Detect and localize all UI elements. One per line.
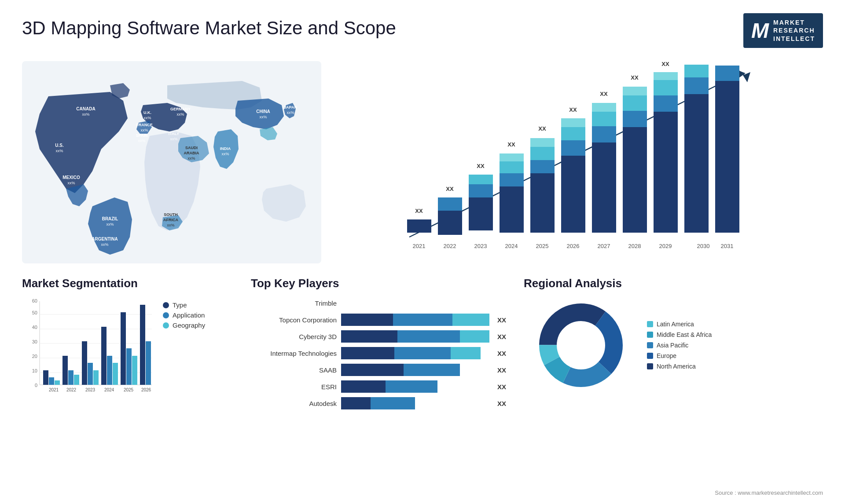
country-saudi: SAUDI bbox=[185, 146, 198, 150]
country-spain: SPAIN bbox=[136, 133, 148, 138]
svg-rect-111 bbox=[132, 356, 137, 385]
svg-text:AFRICA: AFRICA bbox=[163, 218, 178, 222]
svg-text:2027: 2027 bbox=[598, 243, 610, 249]
country-uk: U.K. bbox=[143, 110, 151, 115]
logo-box: M MARKET RESEARCH INTELLECT bbox=[743, 13, 823, 48]
svg-text:XX: XX bbox=[600, 91, 608, 97]
player-autodesk: Autodesk XX bbox=[251, 397, 506, 409]
svg-rect-105 bbox=[101, 327, 107, 385]
player-name-saab: SAAB bbox=[251, 366, 337, 374]
svg-rect-36 bbox=[500, 161, 524, 173]
svg-text:2023: 2023 bbox=[85, 387, 96, 392]
legend-application: Application bbox=[163, 311, 205, 319]
legend-label-type: Type bbox=[173, 301, 187, 309]
bar-seg1-intermap bbox=[341, 347, 394, 359]
player-name-topcon: Topcon Corporation bbox=[251, 316, 337, 324]
logo-line2: RESEARCH bbox=[773, 26, 815, 34]
bar-seg2-autodesk bbox=[371, 397, 415, 409]
legend-dot-geography bbox=[163, 322, 169, 329]
svg-text:xx%: xx% bbox=[170, 137, 177, 141]
svg-rect-49 bbox=[561, 118, 585, 127]
page-title: 3D Mapping Software Market Size and Scop… bbox=[22, 18, 396, 39]
player-name-trimble: Trimble bbox=[251, 299, 337, 307]
svg-text:0: 0 bbox=[35, 383, 37, 388]
player-trimble: Trimble bbox=[251, 297, 506, 309]
svg-text:XX: XX bbox=[723, 61, 731, 62]
svg-text:2026: 2026 bbox=[141, 387, 151, 392]
svg-rect-97 bbox=[62, 356, 68, 385]
bar-chart-section: XX 2021 XX 2022 XX 2023 XX 2024 bbox=[317, 57, 827, 268]
bar-seg2-topcon bbox=[393, 314, 452, 326]
bar-seg2-saab bbox=[404, 364, 460, 376]
svg-rect-99 bbox=[74, 375, 79, 385]
legend-asia-pacific: Asia Pacific bbox=[647, 342, 712, 349]
svg-rect-101 bbox=[82, 341, 87, 385]
svg-text:XX: XX bbox=[569, 106, 577, 113]
player-intermap: Intermap Technologies XX bbox=[251, 347, 506, 359]
country-japan: JAPAN bbox=[284, 105, 297, 110]
regional-title: Regional Analysis bbox=[524, 277, 823, 290]
segmentation-chart: 0 10 20 30 40 50 60 2021 bbox=[22, 297, 154, 398]
svg-text:xx%: xx% bbox=[106, 222, 114, 226]
svg-text:xx%: xx% bbox=[67, 181, 75, 185]
svg-rect-66 bbox=[654, 80, 678, 95]
bar-seg2-cybercity bbox=[397, 330, 460, 343]
legend-geography: Geography bbox=[163, 321, 205, 329]
svg-rect-65 bbox=[654, 95, 678, 112]
map-section: CANADA xx% U.S. xx% MEXICO xx% BRAZIL xx… bbox=[18, 57, 317, 268]
svg-rect-98 bbox=[68, 370, 73, 385]
svg-point-122 bbox=[558, 322, 604, 368]
legend-north-america-label: North America bbox=[657, 363, 696, 370]
svg-rect-59 bbox=[623, 111, 647, 127]
svg-text:ARABIA: ARABIA bbox=[184, 151, 199, 155]
svg-rect-40 bbox=[530, 173, 555, 233]
source-text: Source : www.marketresearchintellect.com bbox=[715, 489, 823, 496]
svg-rect-95 bbox=[55, 380, 60, 385]
svg-rect-109 bbox=[121, 312, 126, 385]
svg-text:xx%: xx% bbox=[140, 128, 148, 132]
svg-rect-41 bbox=[530, 160, 555, 173]
regional-section: Regional Analysis bbox=[519, 272, 827, 418]
svg-rect-22 bbox=[407, 219, 431, 233]
svg-rect-31 bbox=[469, 175, 493, 184]
svg-text:2025: 2025 bbox=[536, 243, 549, 249]
segmentation-title: Market Segmentation bbox=[22, 277, 233, 290]
legend-apac-label: Asia Pacific bbox=[657, 342, 688, 349]
logo-line3: INTELLECT bbox=[773, 35, 815, 43]
svg-text:xx%: xx% bbox=[138, 139, 145, 143]
svg-rect-67 bbox=[654, 72, 678, 80]
svg-text:XX: XX bbox=[631, 74, 639, 81]
svg-rect-60 bbox=[623, 95, 647, 111]
segmentation-section: Market Segmentation 0 10 20 30 40 50 60 bbox=[18, 272, 238, 418]
player-xx-autodesk: XX bbox=[497, 400, 506, 407]
svg-rect-48 bbox=[561, 127, 585, 140]
svg-rect-114 bbox=[146, 341, 151, 385]
svg-text:2023: 2023 bbox=[474, 243, 487, 249]
svg-text:2021: 2021 bbox=[49, 387, 59, 392]
donut-container: Latin America Middle East & Africa Asia … bbox=[524, 297, 823, 394]
player-name-autodesk: Autodesk bbox=[251, 400, 337, 407]
svg-rect-58 bbox=[623, 127, 647, 233]
svg-text:xx%: xx% bbox=[167, 223, 174, 227]
svg-text:xx%: xx% bbox=[101, 242, 108, 247]
country-us: U.S. bbox=[55, 143, 64, 148]
svg-text:2030: 2030 bbox=[697, 243, 710, 249]
svg-rect-43 bbox=[530, 138, 555, 147]
content-area: CANADA xx% U.S. xx% MEXICO xx% BRAZIL xx… bbox=[0, 57, 845, 268]
player-name-intermap: Intermap Technologies bbox=[251, 350, 337, 357]
svg-text:10: 10 bbox=[32, 368, 37, 373]
svg-rect-26 bbox=[438, 197, 462, 211]
country-germany: GERMANY bbox=[170, 107, 191, 111]
svg-rect-106 bbox=[107, 356, 112, 385]
legend-middle-east-africa: Middle East & Africa bbox=[647, 331, 712, 338]
bar-seg3-topcon bbox=[452, 314, 489, 326]
svg-text:2024: 2024 bbox=[505, 243, 518, 249]
bar-chart-svg: XX 2021 XX 2022 XX 2023 XX 2024 bbox=[326, 61, 819, 263]
bar-seg1-topcon bbox=[341, 314, 393, 326]
svg-rect-25 bbox=[438, 211, 462, 235]
legend-dot-application bbox=[163, 312, 169, 318]
country-france: FRANCE bbox=[136, 123, 153, 127]
player-xx-intermap: XX bbox=[497, 350, 506, 357]
country-canada: CANADA bbox=[76, 106, 95, 111]
player-cybercity: Cybercity 3D XX bbox=[251, 330, 506, 343]
